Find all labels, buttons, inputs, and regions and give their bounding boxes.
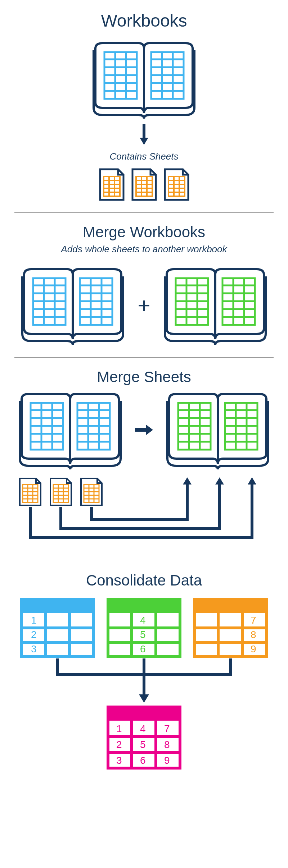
workbook-book-icon [88,38,200,120]
svg-rect-129 [22,599,94,613]
svg-text:1: 1 [31,615,37,626]
svg-marker-127 [215,477,224,484]
svg-text:9: 9 [251,643,256,655]
result-table-icon: 1 4 7 2 5 8 3 6 9 [108,707,180,768]
merge-sheets-title: Merge Sheets [14,368,274,386]
workbook-blue-icon [17,264,129,346]
consolidate-data-section: Consolidate Data 1 2 3 [0,561,288,784]
merge-workbooks-row: + [14,264,274,346]
orange-table-icon: 7 8 9 [194,599,266,657]
svg-text:6: 6 [140,755,146,766]
green-table-icon: 4 5 6 [108,599,180,657]
arrow-down-icon [137,124,151,146]
plus-icon: + [138,293,150,318]
workbooks-section: Workbooks Contains Sheet [0,0,288,212]
consolidate-diagram: 1 2 3 4 5 6 [14,592,274,773]
svg-marker-126 [248,477,256,484]
merge-sheets-books-row [14,389,274,471]
svg-text:5: 5 [140,629,146,640]
svg-text:3: 3 [116,755,122,766]
svg-marker-157 [139,694,149,703]
svg-text:4: 4 [140,723,146,734]
merge-workbooks-title: Merge Workbooks [14,224,274,241]
workbook-green-icon [159,264,271,346]
svg-text:8: 8 [251,629,256,640]
svg-marker-17 [140,138,148,145]
workbooks-title: Workbooks [14,11,274,31]
svg-text:4: 4 [140,615,146,626]
svg-text:7: 7 [251,615,256,626]
svg-text:5: 5 [140,739,146,750]
sheet-files-row [14,167,274,202]
svg-text:2: 2 [116,739,122,750]
arrow-right-icon [135,421,153,439]
svg-text:8: 8 [164,739,170,750]
workbook-target-icon [162,389,274,471]
merge-workbooks-section: Merge Workbooks Adds whole sheets to ano… [0,213,288,357]
svg-text:6: 6 [140,643,146,655]
svg-rect-147 [194,599,266,613]
svg-rect-158 [108,707,180,721]
contains-sheets-caption: Contains Sheets [14,151,274,162]
merge-workbooks-subtitle: Adds whole sheets to another workbook [14,244,274,255]
sheet-file-icon [131,167,158,202]
svg-text:9: 9 [164,755,170,766]
merge-sheets-section: Merge Sheets [0,358,288,561]
svg-marker-128 [183,477,192,484]
svg-text:1: 1 [116,723,122,734]
workbook-source-icon [14,389,126,471]
consolidate-data-title: Consolidate Data [14,572,274,589]
svg-marker-88 [146,424,153,435]
svg-rect-138 [108,599,180,613]
sheet-file-icon [98,167,125,202]
svg-text:2: 2 [31,629,37,640]
blue-table-icon: 1 2 3 [22,599,94,657]
sheet-file-icon [163,167,190,202]
svg-text:7: 7 [164,723,170,734]
merge-sheets-flow-diagram [14,477,274,550]
svg-text:3: 3 [31,643,37,655]
